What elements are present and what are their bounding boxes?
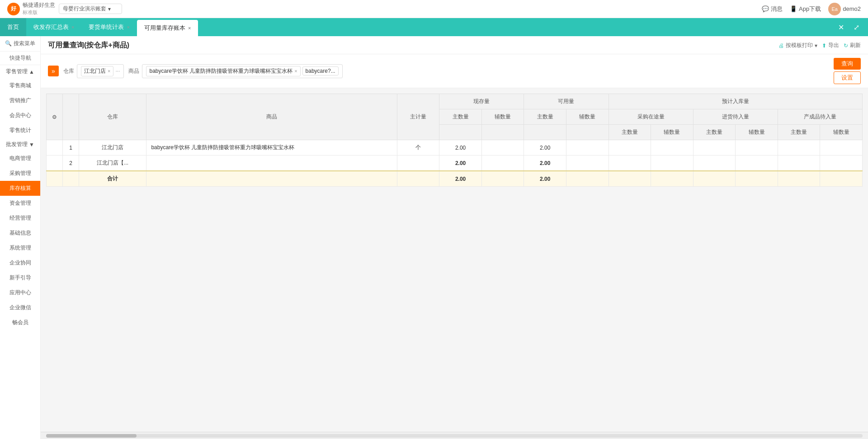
refresh-btn[interactable]: ↻ 刷新 bbox=[844, 42, 861, 49]
sidebar-item-retail-mgmt[interactable]: 零售管理 ▲ bbox=[0, 65, 40, 78]
app-download-btn[interactable]: 📱 App下载 bbox=[790, 5, 821, 13]
message-btn[interactable]: 💬 消息 bbox=[762, 5, 783, 13]
sidebar-item-label: 应用中心 bbox=[9, 289, 31, 297]
row2-product bbox=[146, 156, 397, 171]
row1-available-aux bbox=[566, 140, 609, 156]
product-tag2: babycare?... bbox=[302, 66, 339, 76]
sidebar-item-marketing[interactable]: 营销推广 bbox=[0, 93, 40, 108]
sidebar-item-label: 基础信息 bbox=[9, 229, 31, 237]
tab-available[interactable]: 可用量库存账本 × bbox=[137, 20, 198, 36]
sidebar-item-wechat[interactable]: 企业微信 bbox=[0, 300, 40, 315]
nav-expand-btn[interactable]: ⤢ bbox=[850, 21, 863, 33]
product-tag1-remove[interactable]: × bbox=[294, 68, 297, 74]
account-selector[interactable]: 母婴行业演示账套 ▾ bbox=[59, 4, 122, 14]
export-btn[interactable]: ⬆ 导出 bbox=[822, 42, 839, 49]
tab-receipts-label: 收发存汇总表 bbox=[33, 23, 69, 31]
scrollbar-track[interactable] bbox=[46, 434, 863, 438]
row2-in-aux bbox=[736, 156, 778, 171]
product-tag2-value: babycare?... bbox=[306, 68, 335, 74]
chevron-icon: ▲ bbox=[29, 69, 34, 75]
sidebar-item-basic-info[interactable]: 基础信息 bbox=[0, 226, 40, 241]
search-icon: 🔍 bbox=[5, 40, 12, 47]
sidebar-item-finance[interactable]: 资金管理 bbox=[0, 196, 40, 211]
sum-fin-main bbox=[778, 171, 820, 187]
content-area: 可用量查询(按仓库+商品) 🖨 按模板打印 ▾ ⬆ 导出 ↻ 刷新 » bbox=[41, 36, 868, 439]
sidebar-item-enterprise[interactable]: 企业协同 bbox=[0, 255, 40, 270]
product-input[interactable]: babycare学饮杯 儿童防摔防撞吸管杯重力球吸嘴杯宝宝水杯 × babyca… bbox=[142, 64, 342, 78]
sidebar-item-purchase[interactable]: 采购管理 bbox=[0, 166, 40, 181]
sidebar-item-ecommerce[interactable]: 电商管理 bbox=[0, 151, 40, 166]
nav-spacer bbox=[198, 18, 835, 36]
sum-unit bbox=[397, 171, 439, 187]
row1-pur-aux bbox=[651, 140, 693, 156]
scrollbar-thumb[interactable] bbox=[46, 434, 137, 438]
refresh-label: 刷新 bbox=[850, 42, 861, 49]
sum-col2 bbox=[63, 171, 79, 187]
settings-button[interactable]: 设置 bbox=[834, 71, 861, 84]
tab-home[interactable]: 首页 bbox=[0, 18, 26, 36]
row1-in-aux bbox=[736, 140, 778, 156]
tab-orders-close[interactable]: × bbox=[127, 24, 129, 30]
tab-orders[interactable]: 要货单统计表 × bbox=[81, 18, 137, 36]
sidebar-item-retail-mall[interactable]: 零售商城 bbox=[0, 78, 40, 93]
row1-product: babycare学饮杯 儿童防摔防撞吸管杯重力球吸嘴杯宝宝水杯 bbox=[146, 140, 397, 156]
warehouse-tag-remove[interactable]: × bbox=[108, 68, 110, 74]
user-name: demo2 bbox=[843, 5, 861, 12]
tab-receipts[interactable]: 收发存汇总表 × bbox=[26, 18, 81, 36]
sidebar-quick-nav[interactable]: 快捷导航 bbox=[0, 52, 40, 65]
print-label: 按模板打印 bbox=[786, 42, 813, 49]
row2-available-main: 2.00 bbox=[524, 156, 566, 171]
filter-actions: 查询 设置 bbox=[834, 58, 861, 84]
sidebar-search[interactable]: 🔍 搜索菜单 bbox=[0, 36, 40, 52]
filter-warehouse-field: 仓库 江北门店 × ··· bbox=[63, 64, 124, 78]
chevron-down-icon: ▾ bbox=[815, 42, 817, 49]
th-present-aux: 辅数量 bbox=[481, 109, 524, 125]
sidebar-item-members[interactable]: 会员中心 bbox=[0, 108, 40, 123]
sidebar-item-wholesale[interactable]: 批发管理 ▼ bbox=[0, 138, 40, 151]
logo-area: 好 畅捷通好生意 标准版 bbox=[7, 2, 55, 16]
sidebar-item-apps[interactable]: 应用中心 bbox=[0, 285, 40, 300]
warehouse-tag: 江北门店 × bbox=[81, 66, 113, 76]
th-present-main: 主数量 bbox=[439, 109, 482, 125]
sidebar-item-inventory[interactable]: 库存核算 bbox=[0, 181, 40, 196]
user-btn[interactable]: Ea demo2 bbox=[828, 3, 861, 15]
sidebar-item-system[interactable]: 系统管理 bbox=[0, 241, 40, 255]
tab-available-close[interactable]: × bbox=[188, 25, 191, 31]
expand-filter-btn[interactable]: » bbox=[48, 66, 59, 76]
row1-available-main: 2.00 bbox=[524, 140, 566, 156]
nav-tabs: 首页 收发存汇总表 × 要货单统计表 × 可用量库存账本 × ✕ ⤢ bbox=[0, 18, 868, 36]
filter-ellipsis[interactable]: ··· bbox=[115, 68, 120, 74]
row2-unit bbox=[397, 156, 439, 171]
sidebar-item-label: 经营管理 bbox=[9, 214, 31, 222]
row2-fin-aux bbox=[820, 156, 863, 171]
row2-settings bbox=[47, 156, 63, 171]
export-icon: ⬆ bbox=[822, 42, 826, 49]
tab-receipts-close[interactable]: × bbox=[71, 24, 74, 30]
sidebar-item-guide[interactable]: 新手引导 bbox=[0, 270, 40, 285]
row2-available-aux bbox=[566, 156, 609, 171]
warehouse-input[interactable]: 江北门店 × ··· bbox=[77, 64, 124, 78]
print-btn[interactable]: 🖨 按模板打印 ▾ bbox=[778, 42, 817, 49]
sum-present-aux bbox=[481, 171, 524, 187]
row1-in-main bbox=[693, 140, 736, 156]
sum-available-aux bbox=[566, 171, 609, 187]
sum-available-main: 2.00 bbox=[524, 171, 566, 187]
product-label: 商品 bbox=[128, 67, 139, 75]
row2-index: 2 bbox=[63, 156, 79, 171]
sidebar-item-retail-stats[interactable]: 零售统计 bbox=[0, 123, 40, 138]
th-pur-aux: 辅数量 bbox=[651, 125, 693, 140]
sum-product bbox=[146, 171, 397, 187]
sidebar-item-label: 新手引导 bbox=[9, 274, 31, 282]
sidebar-item-label: 畅会员 bbox=[12, 319, 28, 326]
sum-fin-aux bbox=[820, 171, 863, 187]
sidebar-item-label: 电商管理 bbox=[9, 155, 31, 162]
sidebar-item-label: 库存核算 bbox=[9, 184, 31, 192]
logo-sub: 标准版 bbox=[23, 9, 55, 16]
nav-close-btn[interactable]: ✕ bbox=[835, 21, 847, 33]
sidebar-item-membership[interactable]: 畅会员 bbox=[0, 315, 40, 330]
th-a-aux2 bbox=[566, 125, 609, 140]
sidebar-item-operations[interactable]: 经营管理 bbox=[0, 211, 40, 226]
avatar: Ea bbox=[828, 3, 841, 15]
scrollbar-area bbox=[41, 432, 868, 439]
query-button[interactable]: 查询 bbox=[834, 58, 861, 70]
